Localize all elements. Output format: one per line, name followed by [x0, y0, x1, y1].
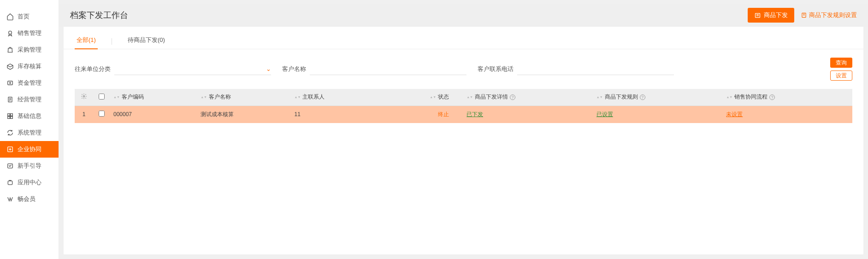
sidebar-item-sales[interactable]: 销售管理: [0, 25, 59, 41]
col-sales-flow[interactable]: ▲▼销售协同流程?: [722, 89, 852, 106]
reset-button[interactable]: 设置: [830, 71, 852, 81]
sidebar-item-label: 经营管理: [18, 95, 41, 104]
sidebar-item-business[interactable]: 经营管理: [0, 91, 59, 108]
sort-icon: ▲▼: [295, 96, 301, 98]
sidebar-item-label: 新手引导: [18, 162, 41, 170]
rule-link-label: 商品下发规则设置: [809, 11, 857, 19]
page-root: 首页 销售管理 采购管理 库存核算 资金管理 经营管理 基础信息 系统管理: [0, 0, 868, 259]
new-icon: [6, 162, 14, 170]
dispatch-button[interactable]: 商品下发: [748, 8, 794, 23]
bag-icon: [6, 46, 14, 53]
svg-rect-4: [8, 114, 10, 116]
content-card: 全部(1) 待商品下发(0) 往来单位分类 ⌄ 客户名称 客户联系电话: [64, 27, 863, 254]
col-checkbox: [93, 89, 110, 106]
status-text: 终止: [438, 111, 449, 118]
table-head: ▲▼客户编码 ▲▼客户名称 ▲▼主联系人 ▲▼状态 ▲▼商品下发详情? ▲▼商品…: [75, 89, 852, 106]
filter-customer-phone-label: 客户联系电话: [478, 65, 514, 73]
row-checkbox[interactable]: [99, 111, 105, 117]
sidebar-item-label: 首页: [18, 12, 30, 21]
col-code[interactable]: ▲▼客户编码: [110, 89, 197, 106]
sidebar-item-apps[interactable]: 应用中心: [0, 174, 59, 191]
badge-icon: [6, 29, 14, 37]
col-name-label: 客户名称: [209, 94, 231, 100]
sidebar-item-label: 企业协同: [18, 145, 41, 153]
info-icon[interactable]: ?: [769, 94, 775, 100]
sidebar-item-label: 库存核算: [18, 62, 41, 71]
sidebar-item-guide[interactable]: 新手引导: [0, 158, 59, 174]
sidebar-item-funds[interactable]: 资金管理: [0, 75, 59, 91]
sidebar-item-inventory[interactable]: 库存核算: [0, 58, 59, 75]
table-wrap: ▲▼客户编码 ▲▼客户名称 ▲▼主联系人 ▲▼状态 ▲▼商品下发详情? ▲▼商品…: [64, 89, 863, 123]
svg-rect-1: [8, 81, 13, 85]
col-status[interactable]: ▲▼状态: [378, 89, 463, 106]
sort-icon: ▲▼: [430, 96, 436, 98]
collab-icon: [6, 146, 14, 153]
select-all-checkbox[interactable]: [99, 94, 105, 100]
clipboard-icon: [6, 96, 14, 103]
tab-pending[interactable]: 待商品下发(0): [126, 33, 167, 49]
sort-icon: ▲▼: [466, 96, 473, 98]
cell-dispatch-rule: 已设置: [593, 106, 723, 123]
svg-point-13: [83, 96, 85, 98]
svg-rect-10: [8, 181, 12, 185]
filter-category-label: 往来单位分类: [75, 65, 111, 73]
sidebar-item-label: 应用中心: [18, 178, 41, 187]
col-dispatch-rule[interactable]: ▲▼商品下发规则?: [593, 89, 723, 106]
info-icon[interactable]: ?: [640, 94, 645, 100]
table-row[interactable]: 1 000007 测试成本核算 11 终止 已下发 已设置 未设置: [75, 106, 852, 123]
dispatch-button-label: 商品下发: [764, 11, 788, 19]
sidebar-item-label: 基础信息: [18, 112, 41, 120]
svg-rect-5: [11, 114, 13, 116]
sales-flow-link[interactable]: 未设置: [726, 111, 743, 118]
money-icon: [6, 79, 14, 87]
dispatch-icon: [754, 12, 761, 19]
sidebar-item-basic[interactable]: 基础信息: [0, 108, 59, 124]
sidebar-item-label: 资金管理: [18, 79, 41, 87]
box-icon: [6, 63, 14, 70]
cycle-icon: [6, 129, 14, 136]
filter-actions: 查询 设置: [830, 58, 852, 81]
sort-icon: ▲▼: [201, 96, 207, 98]
svg-point-2: [10, 82, 11, 84]
header-actions: 商品下发 商品下发规则设置: [748, 8, 857, 23]
filter-category: 往来单位分类 ⌄: [75, 63, 271, 75]
filter-category-select[interactable]: ⌄: [114, 63, 271, 75]
home-icon: [6, 13, 14, 20]
filter-customer-phone-input[interactable]: [517, 63, 674, 75]
cell-name: 测试成本核算: [197, 106, 290, 123]
col-dispatch-detail[interactable]: ▲▼商品下发详情?: [463, 89, 593, 106]
col-name[interactable]: ▲▼客户名称: [197, 89, 290, 106]
col-gear[interactable]: [75, 89, 93, 106]
rule-settings-link[interactable]: 商品下发规则设置: [801, 11, 857, 19]
sidebar-item-label: 销售管理: [18, 29, 41, 37]
header-bar: 档案下发工作台 商品下发 商品下发规则设置: [59, 4, 868, 27]
filter-row: 往来单位分类 ⌄ 客户名称 客户联系电话 查询 设置: [64, 49, 863, 89]
sidebar-item-purchase[interactable]: 采购管理: [0, 41, 59, 58]
sidebar-item-home[interactable]: 首页: [0, 8, 59, 25]
dispatch-detail-link[interactable]: 已下发: [466, 111, 483, 118]
dispatch-rule-link[interactable]: 已设置: [596, 111, 613, 118]
col-dispatch-rule-label: 商品下发规则: [605, 94, 638, 100]
tab-all[interactable]: 全部(1): [75, 33, 98, 49]
col-contact[interactable]: ▲▼主联系人: [291, 89, 378, 106]
filter-customer-name-label: 客户名称: [282, 65, 306, 73]
col-sales-flow-label: 销售协同流程: [734, 94, 768, 100]
table-body: 1 000007 测试成本核算 11 终止 已下发 已设置 未设置: [75, 106, 852, 123]
sidebar-item-vip[interactable]: 畅会员: [0, 191, 59, 207]
grid-icon: [6, 112, 14, 120]
sidebar-item-system[interactable]: 系统管理: [0, 124, 59, 141]
search-button[interactable]: 查询: [830, 58, 852, 68]
cell-checkbox: [93, 106, 110, 123]
sidebar-item-label: 畅会员: [18, 195, 35, 203]
info-icon[interactable]: ?: [510, 94, 515, 100]
filter-customer-name-input[interactable]: [310, 63, 466, 75]
col-code-label: 客户编码: [122, 94, 144, 100]
sort-icon: ▲▼: [113, 96, 120, 98]
page-title: 档案下发工作台: [70, 10, 128, 21]
col-status-label: 状态: [438, 94, 449, 100]
sort-icon: ▲▼: [596, 96, 603, 98]
cell-sales-flow: 未设置: [722, 106, 852, 123]
sidebar-item-collab[interactable]: 企业协同: [0, 141, 59, 158]
sidebar-item-label: 系统管理: [18, 129, 41, 137]
filter-customer-phone: 客户联系电话: [478, 63, 674, 75]
